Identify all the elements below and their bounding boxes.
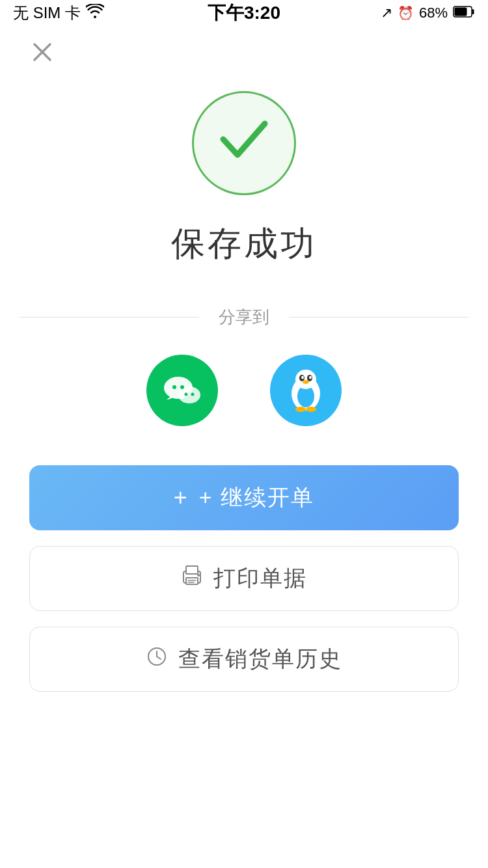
status-bar: 无 SIM 卡 下午3:20 ↗ ⏰ 68% — [0, 0, 488, 26]
success-title: 保存成功 — [171, 221, 317, 267]
check-icon — [218, 117, 270, 169]
success-circle — [192, 91, 296, 195]
close-button[interactable] — [26, 36, 59, 68]
svg-rect-1 — [472, 9, 474, 14]
svg-point-16 — [301, 376, 304, 379]
svg-line-29 — [157, 657, 161, 659]
wechat-share-button[interactable] — [146, 355, 218, 426]
svg-point-7 — [172, 385, 176, 389]
status-left: 无 SIM 卡 — [13, 3, 104, 23]
svg-point-8 — [180, 385, 184, 389]
qq-share-button[interactable] — [270, 355, 342, 426]
svg-point-20 — [306, 407, 316, 412]
wifi-icon — [86, 4, 104, 22]
continue-button[interactable]: + + 继续开单 — [29, 465, 459, 530]
svg-point-26 — [197, 574, 200, 576]
print-icon — [181, 565, 203, 592]
svg-point-19 — [295, 407, 306, 412]
share-icons — [146, 355, 342, 426]
svg-point-13 — [295, 370, 316, 389]
svg-rect-2 — [455, 8, 467, 16]
history-icon — [146, 645, 168, 673]
history-button[interactable]: 查看销货单历史 — [29, 627, 459, 692]
print-label: 打印单据 — [213, 563, 307, 593]
no-sim-label: 无 SIM 卡 — [13, 3, 81, 23]
share-divider: 分享到 — [0, 306, 488, 329]
main-content: 保存成功 分享到 — [0, 26, 488, 692]
battery-percent: 68% — [419, 5, 448, 21]
history-label: 查看销货单历史 — [178, 644, 342, 674]
svg-point-18 — [303, 380, 309, 384]
alarm-icon: ⏰ — [398, 5, 414, 21]
svg-point-9 — [184, 392, 187, 396]
plus-icon: + — [174, 484, 189, 511]
share-label: 分享到 — [219, 306, 269, 329]
location-icon: ↗ — [381, 5, 392, 21]
status-time: 下午3:20 — [208, 1, 280, 25]
svg-rect-22 — [186, 566, 198, 574]
svg-point-6 — [178, 387, 200, 403]
print-button[interactable]: 打印单据 — [29, 546, 459, 611]
divider-right — [289, 317, 468, 318]
status-right: ↗ ⏰ 68% — [381, 5, 475, 21]
svg-point-17 — [309, 376, 312, 379]
svg-rect-23 — [186, 578, 198, 584]
action-buttons: + + 继续开单 打印单据 — [29, 465, 459, 692]
share-section: 分享到 — [0, 306, 488, 426]
svg-point-10 — [191, 392, 194, 396]
continue-label: + 继续开单 — [199, 483, 314, 513]
divider-left — [20, 317, 199, 318]
battery-icon — [453, 5, 475, 21]
